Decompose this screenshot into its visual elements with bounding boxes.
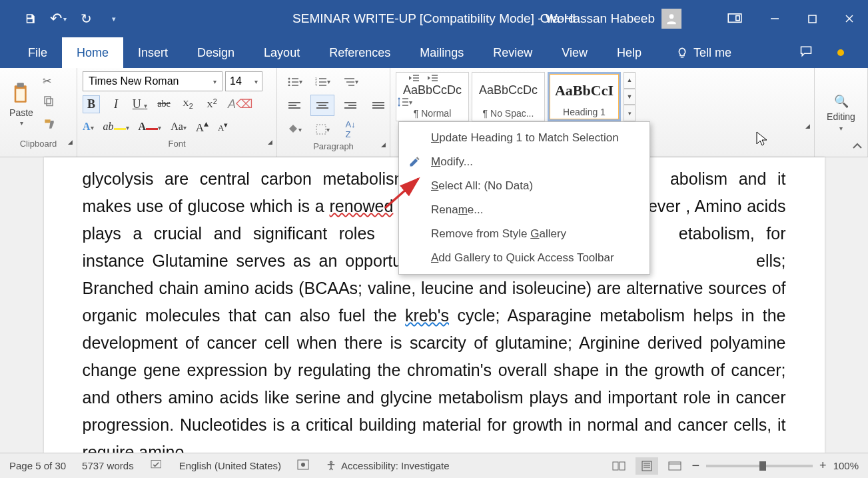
redo-button[interactable]: ↻ — [75, 9, 97, 28]
collapse-ribbon-button[interactable] — [852, 141, 863, 153]
tab-review[interactable]: Review — [478, 37, 547, 68]
zoom-slider[interactable] — [706, 465, 813, 467]
status-page[interactable]: Page 5 of 30 — [9, 460, 66, 471]
font-size-combo[interactable]: 14▾ — [225, 71, 262, 91]
copy-button[interactable] — [43, 95, 56, 109]
editing-label[interactable]: Editing — [827, 111, 855, 122]
grow-font-button[interactable]: A▴ — [196, 119, 209, 135]
format-painter-button[interactable] — [43, 117, 56, 133]
svg-rect-49 — [669, 462, 681, 470]
styles-scroll-up[interactable]: ▲ — [624, 72, 636, 89]
bold-button[interactable]: B — [83, 95, 100, 113]
shrink-font-button[interactable]: A▾ — [218, 120, 228, 133]
zoom-percent[interactable]: 100% — [833, 460, 859, 471]
bullets-button[interactable]: ▾ — [282, 71, 306, 92]
zoom-in-button[interactable]: + — [819, 459, 827, 473]
underline-button[interactable]: U ▾ — [132, 97, 148, 111]
font-color-button[interactable]: A▾ — [139, 121, 162, 133]
paste-button[interactable]: Paste ▾ — [5, 71, 37, 137]
status-word-count[interactable]: 5737 words — [82, 460, 134, 471]
svg-rect-27 — [316, 125, 326, 134]
font-dialog-launcher[interactable]: ◢ — [268, 139, 272, 145]
multilevel-list-button[interactable]: ▾ — [338, 71, 362, 92]
style-heading-1[interactable]: AaBbCcI Heading 1 — [548, 72, 621, 121]
tab-view[interactable]: View — [547, 37, 602, 68]
minimize-button[interactable] — [756, 0, 793, 37]
status-macros-icon[interactable] — [297, 459, 309, 472]
align-center-button[interactable] — [310, 95, 334, 116]
styles-dialog-launcher[interactable]: ◢ — [805, 123, 810, 129]
find-icon[interactable]: 🔍 — [834, 94, 849, 109]
view-read-mode[interactable] — [608, 457, 630, 475]
save-button[interactable] — [19, 9, 41, 28]
menu-remove-from-gallery[interactable]: Remove from Style Gallery — [399, 222, 650, 246]
status-accessibility[interactable]: Accessibility: Investigate — [325, 460, 450, 472]
tab-layout[interactable]: Layout — [249, 37, 314, 68]
menu-update-to-match[interactable]: Update Heading 1 to Match Selection — [399, 126, 650, 150]
tab-mailings[interactable]: Mailings — [405, 37, 478, 68]
superscript-button[interactable]: X2 — [204, 97, 220, 110]
svg-rect-4 — [809, 15, 816, 23]
paragraph-dialog-launcher[interactable]: ◢ — [381, 141, 386, 148]
menu-add-to-qat[interactable]: Add Gallery to Quick Access Toolbar — [399, 246, 650, 270]
style-no-spacing[interactable]: AaBbCcDc ¶ No Spac... — [472, 72, 545, 121]
view-web-layout[interactable] — [663, 457, 686, 475]
align-right-button[interactable] — [338, 95, 362, 116]
text-effects-button[interactable]: A▾ — [83, 121, 94, 133]
svg-point-0 — [669, 14, 674, 19]
borders-button[interactable]: ▾ — [310, 119, 334, 140]
pending-updates-icon[interactable] — [837, 49, 844, 56]
clear-formatting-button[interactable]: A⌫ — [228, 97, 244, 111]
highlight-button[interactable]: ab▾ — [103, 121, 129, 133]
menu-modify[interactable]: Modify... — [399, 150, 650, 174]
clipboard-dialog-launcher[interactable]: ◢ — [68, 139, 73, 145]
tell-me-search[interactable]: Tell me — [661, 37, 746, 68]
style-name-label: ¶ No Spac... — [472, 108, 544, 121]
ribbon-display-options[interactable] — [721, 5, 748, 32]
svg-point-14 — [288, 81, 290, 83]
align-left-button[interactable] — [282, 95, 306, 116]
justify-button[interactable] — [366, 95, 390, 116]
decrease-indent-button[interactable] — [408, 73, 420, 83]
menu-rename[interactable]: Rename... — [399, 198, 650, 222]
window-controls — [756, 0, 868, 37]
numbering-button[interactable]: 123▾ — [310, 71, 334, 92]
increase-indent-button[interactable] — [426, 73, 438, 83]
svg-point-12 — [288, 78, 290, 80]
tab-insert[interactable]: Insert — [123, 37, 183, 68]
status-language[interactable]: English (United States) — [179, 460, 281, 471]
tab-design[interactable]: Design — [183, 37, 249, 68]
sort-button[interactable]: A↓Z — [338, 119, 362, 140]
subscript-button[interactable]: X2 — [180, 98, 196, 110]
qat-customize[interactable]: ▾ — [103, 9, 125, 28]
shading-button[interactable]: ▾ — [282, 119, 306, 140]
tab-help[interactable]: Help — [602, 37, 656, 68]
svg-rect-9 — [16, 89, 25, 101]
svg-rect-45 — [642, 461, 651, 471]
svg-rect-10 — [45, 97, 51, 104]
svg-rect-43 — [613, 462, 618, 470]
font-name-combo[interactable]: Times New Roman▾ — [83, 71, 222, 91]
close-button[interactable] — [831, 0, 868, 37]
user-account[interactable]: Ola-Hassan Habeeb — [540, 9, 681, 29]
tab-references[interactable]: References — [314, 37, 405, 68]
svg-point-16 — [288, 85, 290, 87]
maximize-button[interactable] — [793, 0, 831, 37]
comments-icon[interactable] — [799, 45, 813, 61]
tab-file[interactable]: File — [13, 37, 62, 68]
paragraph-group-label: Paragraph◢ — [282, 140, 384, 153]
zoom-out-button[interactable]: − — [691, 458, 699, 473]
cut-button[interactable]: ✂ — [43, 75, 56, 87]
styles-scroll-down[interactable]: ▼ — [624, 89, 636, 105]
spelling-status-icon[interactable] — [150, 459, 163, 472]
clipboard-group-label: Clipboard◢ — [5, 137, 71, 150]
change-case-button[interactable]: Aa▾ — [171, 121, 187, 133]
styles-expand[interactable]: ▾ — [624, 105, 636, 121]
view-print-layout[interactable] — [636, 457, 658, 475]
line-spacing-button[interactable]: ▾ — [397, 96, 412, 108]
strikethrough-button[interactable]: abc — [156, 99, 172, 109]
menu-select-all[interactable]: Select All: (No Data) — [399, 174, 650, 198]
tab-home[interactable]: Home — [62, 37, 123, 68]
italic-button[interactable]: I — [108, 97, 124, 111]
undo-button[interactable]: ↶▾ — [47, 9, 69, 28]
